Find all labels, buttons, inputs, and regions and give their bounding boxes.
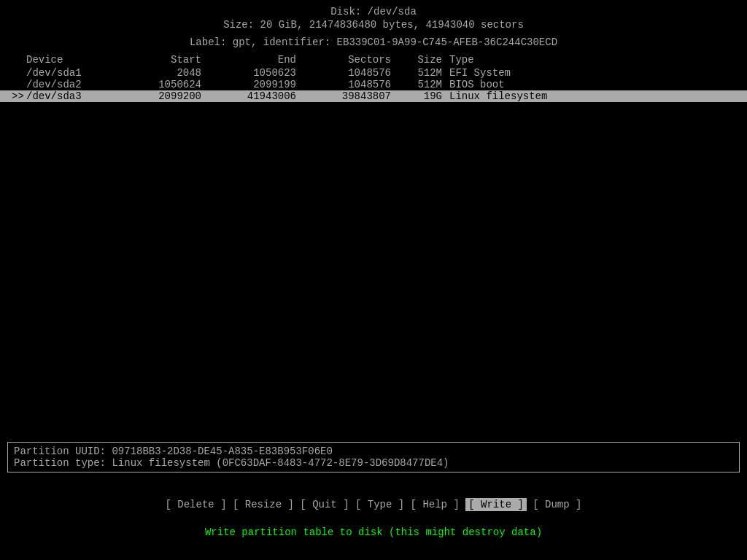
row-size: 512M	[406, 79, 449, 90]
row-size: 19G	[406, 90, 449, 102]
disk-size-line: Size: 20 GiB, 21474836480 bytes, 4194304…	[0, 19, 747, 31]
row-indicator	[12, 67, 26, 79]
row-type: Linux filesystem	[449, 90, 735, 102]
row-sectors: 1048576	[311, 79, 406, 90]
col-header-sectors: Sectors	[311, 54, 406, 66]
menu-item-resize[interactable]: [ Resize ]	[233, 499, 294, 510]
disk-size-text: Size: 20 GiB, 21474836480 bytes, 4194304…	[223, 19, 524, 31]
table-header: Device Start End Sectors Size Type	[0, 54, 747, 66]
row-device: /dev/sda2	[26, 79, 121, 90]
menu-item-help[interactable]: [ Help ]	[411, 499, 460, 510]
col-header-device: Device	[26, 54, 121, 66]
main-content: Disk: /dev/sda Size: 20 GiB, 21474836480…	[0, 0, 747, 102]
partition-table: /dev/sda1 2048 1050623 1048576 512M EFI …	[0, 67, 747, 102]
table-row[interactable]: >> /dev/sda3 2099200 41943006 39843807 1…	[0, 90, 747, 102]
menu-item-quit[interactable]: [ Quit ]	[300, 499, 349, 510]
menu-items-container: [ Delete ] [ Resize ] [ Quit ] [ Type ] …	[166, 498, 582, 511]
row-device: /dev/sda3	[26, 90, 121, 102]
row-start: 2099200	[121, 90, 216, 102]
col-header-start: Start	[121, 54, 216, 66]
row-sectors: 39843807	[311, 90, 406, 102]
status-text: Write partition table to disk (this migh…	[205, 526, 542, 538]
disk-label-line: Label: gpt, identifier: EB339C01-9A99-C7…	[0, 36, 747, 48]
row-indicator	[12, 79, 26, 90]
menu-item-type[interactable]: [ Type ]	[355, 499, 404, 510]
row-end: 41943006	[216, 90, 311, 102]
row-end: 1050623	[216, 67, 311, 79]
col-header-size: Size	[406, 54, 449, 66]
col-header-type: Type	[449, 54, 735, 66]
partition-info-panel: Partition UUID: 09718BB3-2D38-DE45-A835-…	[7, 442, 740, 472]
disk-label-text: Label: gpt, identifier: EB339C01-9A99-C7…	[190, 36, 557, 48]
table-row[interactable]: /dev/sda2 1050624 2099199 1048576 512M B…	[0, 79, 747, 90]
row-type: EFI System	[449, 67, 735, 79]
row-type: BIOS boot	[449, 79, 735, 90]
disk-title: Disk: /dev/sda	[0, 6, 747, 18]
row-sectors: 1048576	[311, 67, 406, 79]
menu-item-dump[interactable]: [ Dump ]	[533, 499, 581, 510]
row-size: 512M	[406, 67, 449, 79]
row-start: 1050624	[121, 79, 216, 90]
row-indicator: >>	[12, 90, 26, 102]
partition-uuid-line: Partition UUID: 09718BB3-2D38-DE45-A835-…	[14, 446, 733, 457]
disk-title-text: Disk: /dev/sda	[330, 6, 417, 18]
menu-item-write[interactable]: [ Write ]	[465, 498, 527, 511]
table-row[interactable]: /dev/sda1 2048 1050623 1048576 512M EFI …	[0, 67, 747, 79]
col-header-end: End	[216, 54, 311, 66]
status-line: Write partition table to disk (this migh…	[0, 526, 747, 538]
row-end: 2099199	[216, 79, 311, 90]
row-device: /dev/sda1	[26, 67, 121, 79]
menu-item-delete[interactable]: [ Delete ]	[166, 499, 227, 510]
row-start: 2048	[121, 67, 216, 79]
partition-type-line: Partition type: Linux filesystem (0FC63D…	[14, 457, 733, 469]
bottom-menu: [ Delete ] [ Resize ] [ Quit ] [ Type ] …	[0, 499, 747, 510]
indicator-header	[12, 54, 26, 66]
